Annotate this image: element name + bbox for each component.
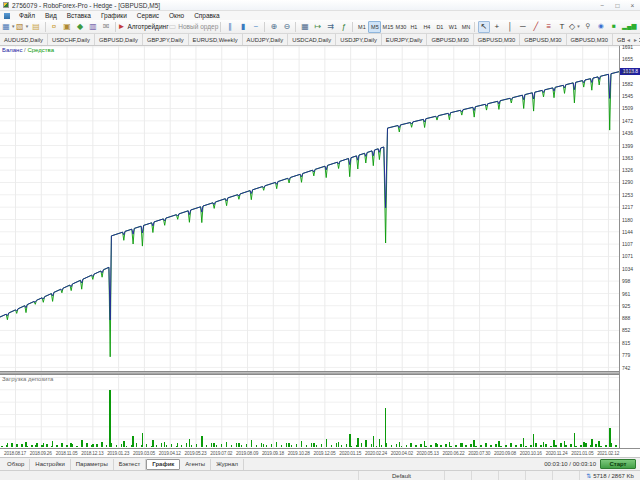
horizontal-line-icon[interactable]: ─ xyxy=(517,21,529,33)
price-axis[interactable]: 1618.8 169116551618158215451509147214361… xyxy=(619,46,640,448)
chart-tab-6[interactable]: USDCAD,Daily xyxy=(288,34,336,45)
menu-item-3[interactable]: Графики xyxy=(96,12,132,19)
auto-scroll-icon[interactable]: ↦ xyxy=(312,21,324,33)
menu-item-4[interactable]: Сервис xyxy=(132,12,164,19)
bars-icon[interactable]: ∥ xyxy=(224,21,236,33)
vertical-line-icon[interactable]: │ xyxy=(504,21,516,33)
tile-windows-icon[interactable]: ▦ xyxy=(299,21,311,33)
toolbar-separator xyxy=(115,22,116,32)
candles-icon[interactable]: ▮ xyxy=(237,21,249,33)
maximize-button[interactable]: □ xyxy=(610,0,625,10)
deposit-load-bar xyxy=(213,443,215,447)
deposit-load-bar xyxy=(238,443,240,447)
price-axis-label: 852 xyxy=(622,328,630,333)
chart-tab-9[interactable]: GBPUSD,M30 xyxy=(427,34,473,45)
timeframe-m30-button[interactable]: M30 xyxy=(394,21,407,33)
new-chart-icon[interactable]: ▦▼ xyxy=(3,21,16,33)
menu-item-5[interactable]: Окно xyxy=(164,12,189,19)
tab-scroll-right-icon[interactable]: ► xyxy=(633,37,638,43)
tester-tab-4[interactable]: График xyxy=(146,459,180,470)
community-icon[interactable]: ◉ xyxy=(595,21,607,33)
timeframe-w1-button[interactable]: W1 xyxy=(446,21,459,33)
deposit-load-panel[interactable]: Загрузка депозита xyxy=(0,375,619,448)
deposit-load-bar-minor xyxy=(475,446,477,447)
timeframe-m1-button[interactable]: M1 xyxy=(355,21,368,33)
deposit-load-bar-minor xyxy=(96,444,98,447)
profiles-icon[interactable]: ▧▼ xyxy=(16,21,29,33)
menu-item-1[interactable]: Вид xyxy=(40,12,62,19)
time-axis-label: 2020.09.08 xyxy=(494,451,516,456)
crosshair-icon[interactable]: + xyxy=(491,21,503,33)
profile-cell[interactable]: Default xyxy=(359,471,445,480)
tester-tab-2[interactable]: Параметры xyxy=(71,459,114,470)
tester-tab-1[interactable]: Настройки xyxy=(30,459,70,470)
chart-tab-10[interactable]: GBPUSD,M30 xyxy=(474,34,520,45)
price-axis-label: 888 xyxy=(622,316,630,321)
algo-trading-button-label: Алготрейдинг xyxy=(127,23,168,30)
line-chart-icon[interactable]: ~ xyxy=(250,21,262,33)
text-icon[interactable]: T xyxy=(556,21,568,33)
objects-icon[interactable]: ◇▼ xyxy=(569,21,581,33)
chart-tab-2[interactable]: GBPUSD,Daily xyxy=(95,34,143,45)
vps-icon[interactable]: ■ xyxy=(608,21,620,33)
tester-tab-0[interactable]: Обзор xyxy=(2,459,30,470)
mail-icon[interactable]: ✉ xyxy=(100,21,112,33)
chart-tab-11[interactable]: GBPUSD,M30 xyxy=(520,34,566,45)
fibonacci-icon[interactable]: ≡ xyxy=(543,21,555,33)
chart-tab-12[interactable]: GBPUSD,M30 xyxy=(567,34,613,45)
tester-tab-5[interactable]: Агенты xyxy=(180,459,211,470)
menu-item-2[interactable]: Вставка xyxy=(62,12,96,19)
timeframe-d1-button[interactable]: D1 xyxy=(433,21,446,33)
toolbar-separator xyxy=(264,22,265,32)
tester-tab-6[interactable]: Журнал xyxy=(211,459,244,470)
deposit-load-bar-minor xyxy=(346,444,348,447)
chart-tab-0[interactable]: AUDUSD,Daily xyxy=(0,34,48,45)
zoom-in-icon[interactable]: ⊕ xyxy=(268,21,280,33)
timeframe-h4-button[interactable]: H4 xyxy=(420,21,433,33)
price-axis-label: 1399 xyxy=(622,144,633,149)
connection-status-icon[interactable]: ▂▄▆ xyxy=(621,21,638,33)
toolbar-separator xyxy=(295,22,296,32)
chart-tab-4[interactable]: EURUSD,Weekly xyxy=(189,34,243,45)
deposit-load-legend: Загрузка депозита xyxy=(2,376,53,382)
tester-tab-3[interactable]: Бэктест xyxy=(114,459,146,470)
navigator-icon[interactable]: ◆ xyxy=(74,21,86,33)
timeframe-m15-button[interactable]: M15 xyxy=(381,21,394,33)
time-axis[interactable]: 2018.08.172018.09.262018.11.052018.12.13… xyxy=(0,448,640,457)
timeframe-m5-button[interactable]: M5 xyxy=(368,21,381,33)
chart-shift-icon[interactable]: ⇉ xyxy=(325,21,337,33)
chart-tab-8[interactable]: EURJPY,Daily xyxy=(382,34,428,45)
toolbox-icon[interactable]: ▥ xyxy=(87,21,99,33)
algo-trading-button[interactable]: ►Алготрейдинг xyxy=(118,21,168,33)
timeframe-h1-button[interactable]: H1 xyxy=(407,21,420,33)
close-button[interactable]: × xyxy=(625,0,640,10)
data-window-icon[interactable]: ▣ xyxy=(61,21,73,33)
cursor-icon[interactable]: ↖ xyxy=(478,21,490,33)
deposit-load-bar-minor xyxy=(91,445,93,447)
zoom-out-icon[interactable]: ⊖ xyxy=(281,21,293,33)
indicators-icon[interactable]: ƒ xyxy=(338,21,350,33)
start-button[interactable]: Старт xyxy=(600,459,636,469)
deposit-load-bar-minor xyxy=(570,444,572,447)
new-order-button[interactable]: ▭Новый ордер xyxy=(169,21,218,33)
price-axis-label: 1217 xyxy=(622,205,633,210)
data-folder-icon[interactable]: ▤ xyxy=(30,21,42,33)
chart-tab-3[interactable]: GBPJPY,Daily xyxy=(143,34,189,45)
deposit-load-bar-minor xyxy=(530,445,532,447)
menu-item-0[interactable]: Файл xyxy=(14,12,40,19)
tab-scroll-left-icon[interactable]: ◄ xyxy=(626,37,631,43)
deposit-load-bar-minor xyxy=(480,445,482,447)
chart-tab-1[interactable]: USDCHF,Daily xyxy=(48,34,95,45)
system-menu-icon[interactable] xyxy=(4,13,10,19)
menu-item-6[interactable]: Справка xyxy=(189,12,225,19)
deposit-load-bar-minor xyxy=(136,443,138,447)
search-icon[interactable]: ⚲ xyxy=(582,21,594,33)
chart-tab-5[interactable]: AUDJPY,Daily xyxy=(243,34,289,45)
minimize-button[interactable]: − xyxy=(595,0,610,10)
chart-tab-7[interactable]: USDJPY,Daily xyxy=(336,34,382,45)
timeframe-mn-button[interactable]: MN xyxy=(459,21,472,33)
status-cell xyxy=(472,471,499,480)
trendline-icon[interactable]: ╱ xyxy=(530,21,542,33)
balance-equity-chart[interactable]: Баланс / Средства xyxy=(0,46,619,371)
market-watch-icon[interactable]: ¤ xyxy=(48,21,60,33)
